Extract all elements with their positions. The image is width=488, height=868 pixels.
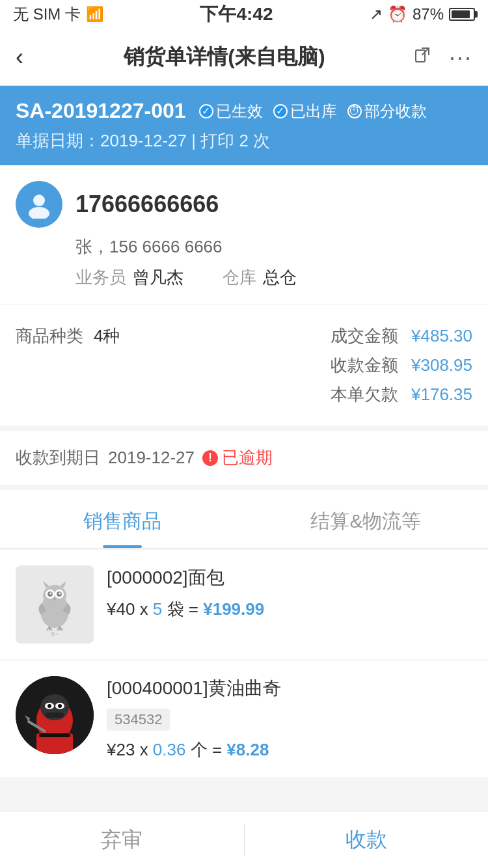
bottom-bar: 弃审 收款 xyxy=(0,811,488,868)
svg-text:兽+: 兽+ xyxy=(51,632,58,636)
product-total-1: ¥199.99 xyxy=(203,599,264,619)
avatar xyxy=(16,181,62,228)
product-info-2: [000400001]黄油曲奇 534532 ¥23 x 0.36 个 = ¥8… xyxy=(107,676,472,761)
due-date-value: 2019-12-27 xyxy=(108,448,195,468)
order-header: SA-20191227-001 ✓ 已生效 ✓ 已出库 ⏱ 部分收款 单据日期：… xyxy=(0,86,488,165)
summary-section: 商品种类 4种 成交金额 ¥485.30 收款金额 ¥308.95 本单欠款 ¥… xyxy=(0,305,488,431)
product-name-1: [0000002]面包 xyxy=(107,565,472,590)
page-title: 销货单详情(来自电脑) xyxy=(55,43,394,72)
customer-phone: 17666666666 xyxy=(75,191,219,218)
customer-meta: 业务员 曾凡杰 仓库 总仓 xyxy=(16,266,472,289)
back-button[interactable]: ‹ xyxy=(16,44,55,71)
products-section: 兽+ [0000002]面包 ¥40 x 5 袋 = ¥199.99 xyxy=(0,550,488,841)
received-amount-row: 收款金额 ¥308.95 xyxy=(331,354,472,377)
status-active: ✓ 已生效 xyxy=(199,101,263,122)
status-left: 无 SIM 卡 📶 xyxy=(13,4,103,25)
battery-icon xyxy=(449,8,475,21)
deal-amount: ¥485.30 xyxy=(411,326,472,346)
warehouse: 仓库 总仓 xyxy=(223,266,297,289)
category-label: 商品种类 xyxy=(16,325,83,347)
product-total-2: ¥8.28 xyxy=(226,740,269,759)
svg-point-19 xyxy=(47,704,51,708)
svg-rect-21 xyxy=(46,712,64,718)
due-date-label: 收款到期日 xyxy=(16,446,100,469)
product-sku-2: 534532 xyxy=(107,709,170,731)
product-price-2: ¥23 x 0.36 个 = ¥8.28 xyxy=(107,739,472,761)
product-name-2: [000400001]黄油曲奇 xyxy=(107,676,472,701)
carrier-text: 无 SIM 卡 xyxy=(13,4,81,25)
debt-label: 本单欠款 xyxy=(331,383,398,406)
product-info-1: [0000002]面包 ¥40 x 5 袋 = ¥199.99 xyxy=(107,565,472,621)
product-qty-2: 0.36 xyxy=(153,740,186,759)
svg-point-11 xyxy=(50,593,52,595)
svg-point-20 xyxy=(58,704,62,708)
product-image-2 xyxy=(16,676,94,754)
status-tags: ✓ 已生效 ✓ 已出库 ⏱ 部分收款 xyxy=(199,101,427,122)
due-date-section: 收款到期日 2019-12-27 ! 已逾期 xyxy=(0,431,488,490)
deal-amount-row: 成交金额 ¥485.30 xyxy=(331,325,472,347)
battery-text: 87% xyxy=(413,5,444,23)
category-row: 商品种类 4种 xyxy=(16,325,120,347)
summary-right: 成交金额 ¥485.30 收款金额 ¥308.95 本单欠款 ¥176.35 xyxy=(331,325,472,406)
more-icon[interactable]: ··· xyxy=(449,44,472,71)
product-image-1: 兽+ xyxy=(16,565,94,644)
warehouse-value: 总仓 xyxy=(263,266,297,289)
status-time: 下午4:42 xyxy=(200,2,273,27)
debt-amount: ¥176.35 xyxy=(411,385,472,405)
status-partial: ⏱ 部分收款 xyxy=(347,101,427,122)
alarm-icon: ⏰ xyxy=(388,5,407,23)
nav-bar: ‹ 销货单详情(来自电脑) ··· xyxy=(0,29,488,86)
product-item: [000400001]黄油曲奇 534532 ¥23 x 0.36 个 = ¥8… xyxy=(0,660,488,777)
svg-point-12 xyxy=(59,593,61,595)
order-id: SA-20191227-001 xyxy=(16,99,186,123)
clock-icon: ⏱ xyxy=(347,104,362,118)
check-icon-shipped: ✓ xyxy=(273,104,288,118)
order-header-row1: SA-20191227-001 ✓ 已生效 ✓ 已出库 ⏱ 部分收款 xyxy=(16,99,472,123)
product-qty-1: 5 xyxy=(153,599,162,619)
location-icon: ↗ xyxy=(370,5,383,23)
overdue-badge: ! 已逾期 xyxy=(202,446,273,469)
svg-rect-0 xyxy=(416,50,425,62)
tabs-row: 销售商品 结算&物流等 xyxy=(0,490,488,548)
product-item: 兽+ [0000002]面包 ¥40 x 5 袋 = ¥199.99 xyxy=(0,550,488,659)
tabs-section: 销售商品 结算&物流等 xyxy=(0,490,488,549)
received-amount: ¥308.95 xyxy=(411,355,472,375)
summary-left: 商品种类 4种 xyxy=(16,325,120,347)
overdue-text: 已逾期 xyxy=(222,446,273,469)
customer-name-phone: 张，156 6666 6666 xyxy=(16,236,472,258)
order-date: 单据日期：2019-12-27 | 打印 2 次 xyxy=(16,129,472,152)
confirm-button[interactable]: 收款 xyxy=(245,811,489,868)
sales-rep: 业务员 曾凡杰 xyxy=(75,266,183,289)
sales-rep-value: 曾凡杰 xyxy=(133,266,183,289)
deal-label: 成交金额 xyxy=(331,325,398,347)
debt-amount-row: 本单欠款 ¥176.35 xyxy=(331,383,472,406)
received-label: 收款金额 xyxy=(331,354,398,377)
customer-top: 17666666666 xyxy=(16,181,472,228)
svg-point-2 xyxy=(33,195,45,206)
tab-billing[interactable]: 结算&物流等 xyxy=(244,490,488,548)
svg-point-3 xyxy=(29,207,49,219)
warehouse-label: 仓库 xyxy=(223,266,256,289)
nav-actions: ··· xyxy=(394,44,472,71)
svg-rect-22 xyxy=(39,733,70,737)
overdue-icon: ! xyxy=(202,450,218,466)
status-right: ↗ ⏰ 87% xyxy=(370,5,475,23)
cancel-button[interactable]: 弃审 xyxy=(0,811,244,868)
customer-section: 17666666666 张，156 6666 6666 业务员 曾凡杰 仓库 总… xyxy=(0,165,488,305)
tab-sales-products[interactable]: 销售商品 xyxy=(0,490,244,548)
check-icon-active: ✓ xyxy=(199,104,213,118)
status-bar: 无 SIM 卡 📶 下午4:42 ↗ ⏰ 87% xyxy=(0,0,488,29)
share-icon[interactable] xyxy=(414,45,433,69)
status-shipped: ✓ 已出库 xyxy=(273,101,337,122)
sales-rep-label: 业务员 xyxy=(75,266,126,289)
category-value: 4种 xyxy=(94,325,120,347)
product-price-1: ¥40 x 5 袋 = ¥199.99 xyxy=(107,598,472,621)
wifi-icon: 📶 xyxy=(86,6,103,23)
